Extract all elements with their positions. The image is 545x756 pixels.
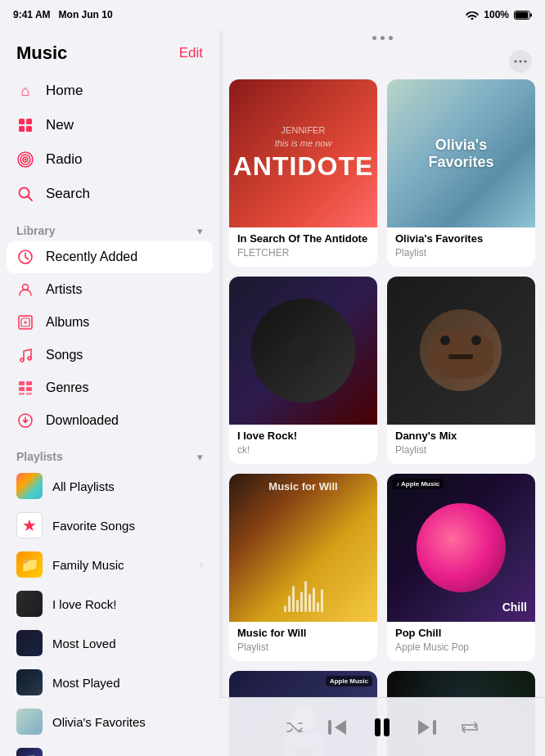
svg-rect-22 <box>19 387 25 391</box>
svg-rect-23 <box>26 387 32 391</box>
search-label: Search <box>46 186 90 202</box>
sidebar-item-most-played[interactable]: Most Played <box>0 663 219 702</box>
battery-display: 100% <box>484 9 509 20</box>
svg-point-19 <box>28 357 31 360</box>
svg-point-18 <box>20 358 24 362</box>
album-info-danny: Danny's Mix Playlist <box>387 425 535 464</box>
album-card-antidote[interactable]: JENNIFER this is me now ANTIDOTE In Sear… <box>229 79 377 267</box>
album-art-olivia: Olivia'sFavorites <box>387 79 535 227</box>
songs-icon <box>16 346 34 364</box>
playlists-chevron-icon[interactable]: ▾ <box>197 451 203 463</box>
apple-music-badge-popchill: ♪ Apple Music <box>392 479 444 489</box>
sidebar-item-favorite-songs[interactable]: ★ Favorite Songs <box>0 506 219 545</box>
shuffle-button[interactable] <box>286 718 304 736</box>
album-art-antidote: JENNIFER this is me now ANTIDOTE <box>229 79 377 227</box>
previous-button[interactable] <box>327 718 348 736</box>
all-playlists-label: All Playlists <box>52 479 203 493</box>
album-artist-popchill: Apple Music Pop <box>395 641 527 653</box>
album-artist-danny: Playlist <box>395 444 527 456</box>
svg-point-28 <box>520 61 522 63</box>
sidebar-item-downloaded[interactable]: Downloaded <box>0 404 219 437</box>
olivias-favorites-label: Olivia's Favorites <box>52 715 203 729</box>
favorite-songs-label: Favorite Songs <box>52 519 203 533</box>
svg-rect-24 <box>19 393 25 395</box>
album-name-olivia: Olivia's Favorites <box>395 232 527 246</box>
svg-rect-4 <box>26 119 32 124</box>
downloaded-label: Downloaded <box>46 413 203 428</box>
waveform <box>284 579 323 612</box>
svg-rect-35 <box>433 720 436 735</box>
library-section-label: Library <box>16 224 55 237</box>
album-artist-irock: ck! <box>237 444 369 456</box>
sidebar-edit-button[interactable]: Edit <box>179 45 203 61</box>
sidebar-item-olivias-favorites[interactable]: Olivia's Favorites <box>0 702 219 741</box>
album-info-antidote: In Search Of The Antidote FLETCHER <box>229 227 377 267</box>
svg-rect-5 <box>19 126 25 132</box>
album-info-popchill: Pop Chill Apple Music Pop <box>387 622 535 661</box>
svg-line-12 <box>28 196 32 200</box>
popchill-circle <box>417 503 506 592</box>
album-card-olivia[interactable]: Olivia'sFavorites Olivia's Favorites Pla… <box>387 79 535 267</box>
sidebar-item-home[interactable]: ⌂ Home <box>0 74 219 108</box>
most-played-label: Most Played <box>52 676 203 690</box>
albums-icon <box>16 313 34 331</box>
sidebar-item-radio[interactable]: Radio <box>0 142 219 177</box>
album-artist-antidote: FLETCHER <box>237 247 369 259</box>
sidebar-item-albums[interactable]: Albums <box>0 306 219 339</box>
sidebar-item-search[interactable]: Search <box>0 177 219 211</box>
next-button[interactable] <box>417 718 438 736</box>
dot-3 <box>389 36 393 40</box>
sidebar-header: Music Edit <box>0 29 219 74</box>
album-card-irock[interactable]: I love Rock! ck! <box>229 277 377 464</box>
sidebar-item-recently-added[interactable]: Recently Added <box>7 241 213 273</box>
svg-rect-1 <box>530 13 532 16</box>
favorite-songs-thumb: ★ <box>16 512 43 538</box>
olivia-art-text: Olivia'sFavorites <box>420 128 502 179</box>
recently-added-icon <box>16 248 34 266</box>
sidebar-item-all-playlists[interactable]: All Playlists <box>0 466 219 506</box>
sidebar-item-in-my-room[interactable]: 🎵 In My Room <box>0 741 219 756</box>
sidebar-item-songs[interactable]: Songs <box>0 339 219 371</box>
album-card-danny[interactable]: Danny's Mix Playlist <box>387 277 535 464</box>
album-art-popchill: ♪ Apple Music Chill <box>387 474 535 622</box>
artists-label: Artists <box>46 282 203 297</box>
album-name-danny: Danny's Mix <box>395 430 527 443</box>
library-section-header: Library ▾ <box>0 211 219 241</box>
artists-icon <box>16 281 34 299</box>
album-art-irock <box>229 277 377 425</box>
svg-point-17 <box>25 322 27 324</box>
sidebar-title: Music <box>16 43 67 64</box>
sidebar-item-genres[interactable]: Genres <box>0 371 219 404</box>
new-icon <box>16 116 34 134</box>
dot-1 <box>372 36 376 40</box>
album-info-will: Music for Will Playlist <box>229 622 377 661</box>
svg-rect-20 <box>19 381 25 385</box>
playback-bar <box>219 697 545 756</box>
status-bar: 9:41 AM Mon Jun 10 100% <box>0 0 545 29</box>
most-loved-label: Most Loved <box>52 637 203 650</box>
sidebar-item-artists[interactable]: Artists <box>0 273 219 306</box>
albums-label: Albums <box>46 315 203 330</box>
radio-icon <box>16 151 34 169</box>
album-name-will: Music for Will <box>237 627 369 641</box>
svg-rect-25 <box>26 393 32 395</box>
svg-rect-6 <box>26 126 32 132</box>
album-card-popchill[interactable]: ♪ Apple Music Chill Pop Chill Apple Musi… <box>387 474 535 661</box>
playlists-section-header: Playlists ▾ <box>0 437 219 466</box>
pause-button[interactable] <box>371 716 394 739</box>
more-options-button[interactable] <box>509 50 532 73</box>
sidebar-item-most-loved[interactable]: Most Loved <box>0 623 219 663</box>
sidebar-item-new[interactable]: New <box>0 108 219 142</box>
sidebar-item-i-love-rock[interactable]: I love Rock! <box>0 584 219 623</box>
repeat-button[interactable] <box>461 718 479 736</box>
time-display: 9:41 AM <box>13 9 51 20</box>
svg-point-29 <box>525 61 527 63</box>
library-chevron-icon[interactable]: ▾ <box>197 225 203 237</box>
family-music-label: Family Music <box>52 558 190 572</box>
sidebar-item-family-music[interactable]: 📁 Family Music › <box>0 545 219 584</box>
album-card-will[interactable]: Music for Will Music for Will Playlist <box>229 474 377 661</box>
new-label: New <box>46 117 74 133</box>
svg-rect-32 <box>375 718 381 736</box>
album-grid: JENNIFER this is me now ANTIDOTE In Sear… <box>229 79 535 756</box>
svg-rect-2 <box>516 11 529 18</box>
